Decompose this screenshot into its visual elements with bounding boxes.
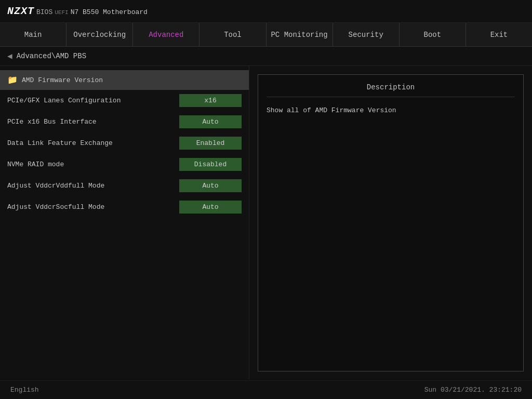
statusbar-datetime: Sun 03/21/2021. 23:21:20	[424, 386, 522, 394]
settings-item-vddcrvddfull[interactable]: Adjust VddcrVddfull ModeAuto	[0, 175, 249, 196]
settings-label-pcie-x16-bus: PCIe x16 Bus Interface	[7, 118, 179, 126]
settings-item-vddcrsocfull[interactable]: Adjust VddcrSocfull ModeAuto	[0, 196, 249, 218]
settings-label-vddcrvddfull: Adjust VddcrVddfull Mode	[7, 182, 179, 190]
nav-tab-exit[interactable]: Exit	[466, 23, 532, 46]
nav-tab-main[interactable]: Main	[0, 23, 66, 46]
settings-label-nvme-raid: NVMe RAID mode	[7, 161, 179, 168]
statusbar-language: English	[10, 386, 39, 394]
nav-tab-tool[interactable]: Tool	[200, 23, 266, 46]
logo-uefi: UEFI	[55, 9, 68, 16]
logo-model: N7 B550 Motherboard	[71, 8, 148, 16]
folder-icon: 📁	[7, 75, 18, 85]
settings-label-vddcrsocfull: Adjust VddcrSocfull Mode	[7, 203, 179, 211]
nav-tab-pc-monitoring[interactable]: PC Monitoring	[267, 23, 333, 46]
settings-value-nvme-raid[interactable]: Disabled	[179, 158, 242, 171]
settings-item-pcie-gfx-lanes[interactable]: PCIe/GFX Lanes Configurationx16	[0, 90, 249, 111]
settings-item-amd-firmware[interactable]: 📁AMD Firmware Version	[0, 70, 249, 90]
settings-item-data-link[interactable]: Data Link Feature ExchangeEnabled	[0, 132, 249, 154]
settings-label-pcie-gfx-lanes: PCIe/GFX Lanes Configuration	[7, 97, 179, 104]
description-title: Description	[267, 83, 515, 97]
logo-bios: BIOS	[36, 8, 52, 16]
settings-value-vddcrvddfull[interactable]: Auto	[179, 179, 242, 192]
navigation-tabs: MainOverclockingAdvancedToolPC Monitorin…	[0, 23, 532, 47]
logo: NZXT BIOS UEFI N7 B550 Motherboard	[7, 5, 148, 17]
nav-tab-overclocking[interactable]: Overclocking	[66, 23, 133, 46]
settings-item-nvme-raid[interactable]: NVMe RAID modeDisabled	[0, 154, 249, 175]
settings-label-data-link: Data Link Feature Exchange	[7, 139, 179, 147]
nav-tab-advanced[interactable]: Advanced	[133, 23, 200, 46]
settings-panel: 📁AMD Firmware VersionPCIe/GFX Lanes Conf…	[0, 66, 249, 380]
breadcrumb-back-arrow[interactable]: ◀	[7, 51, 12, 61]
settings-value-data-link[interactable]: Enabled	[179, 137, 242, 150]
description-box: Description Show all of AMD Firmware Ver…	[258, 74, 524, 371]
settings-value-pcie-x16-bus[interactable]: Auto	[179, 115, 242, 128]
description-panel: Description Show all of AMD Firmware Ver…	[249, 66, 532, 380]
settings-value-pcie-gfx-lanes[interactable]: x16	[179, 94, 242, 107]
main-content: 📁AMD Firmware VersionPCIe/GFX Lanes Conf…	[0, 66, 532, 380]
header-bar: NZXT BIOS UEFI N7 B550 Motherboard	[0, 0, 532, 23]
settings-label-amd-firmware: 📁AMD Firmware Version	[7, 75, 242, 85]
settings-value-vddcrsocfull[interactable]: Auto	[179, 201, 242, 214]
breadcrumb: ◀ Advanced\AMD PBS	[0, 47, 532, 66]
nav-tab-boot[interactable]: Boot	[400, 23, 466, 46]
breadcrumb-path: Advanced\AMD PBS	[17, 52, 86, 60]
settings-item-pcie-x16-bus[interactable]: PCIe x16 Bus InterfaceAuto	[0, 111, 249, 132]
nav-tab-security[interactable]: Security	[333, 23, 400, 46]
status-bar: English Sun 03/21/2021. 23:21:20	[0, 380, 532, 399]
description-text: Show all of AMD Firmware Version	[267, 105, 515, 116]
logo-nzxt: NZXT	[7, 5, 34, 17]
